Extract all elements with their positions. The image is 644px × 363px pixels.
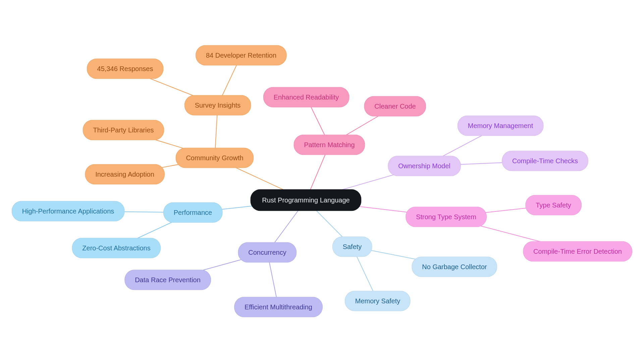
- node-ownership[interactable]: Ownership Model: [388, 156, 461, 176]
- node-compile-checks[interactable]: Compile-Time Checks: [502, 151, 588, 171]
- mindmap-canvas: Rust Programming LanguageOwnership Model…: [0, 0, 644, 363]
- node-performance[interactable]: Performance: [163, 202, 223, 223]
- node-community[interactable]: Community Growth: [175, 148, 254, 168]
- node-readability[interactable]: Enhanced Readability: [263, 87, 350, 108]
- node-type-safety[interactable]: Type Safety: [525, 195, 582, 216]
- node-pattern[interactable]: Pattern Matching: [293, 135, 365, 155]
- node-concurrency[interactable]: Concurrency: [238, 242, 297, 263]
- node-survey[interactable]: Survey Insights: [184, 95, 251, 116]
- node-safety[interactable]: Safety: [332, 237, 372, 257]
- node-no-gc[interactable]: No Garbage Collector: [412, 257, 497, 277]
- node-third-party[interactable]: Third-Party Libraries: [83, 120, 164, 140]
- node-mem-mgmt[interactable]: Memory Management: [458, 116, 544, 136]
- node-responses[interactable]: 45,346 Responses: [87, 59, 164, 79]
- node-zero-cost[interactable]: Zero-Cost Abstractions: [72, 238, 161, 258]
- node-adoption[interactable]: Increasing Adoption: [85, 164, 165, 185]
- node-mem-safety[interactable]: Memory Safety: [345, 291, 411, 311]
- node-high-perf[interactable]: High-Performance Applications: [12, 201, 125, 222]
- node-ct-error[interactable]: Compile-Time Error Detection: [523, 241, 632, 262]
- node-data-race[interactable]: Data Race Prevention: [124, 270, 211, 290]
- node-retention[interactable]: 84 Developer Retention: [196, 45, 287, 66]
- node-cleaner[interactable]: Cleaner Code: [364, 96, 426, 117]
- node-type-system[interactable]: Strong Type System: [406, 207, 487, 227]
- node-efficient-mt[interactable]: Efficient Multithreading: [234, 297, 323, 317]
- node-center[interactable]: Rust Programming Language: [250, 189, 361, 211]
